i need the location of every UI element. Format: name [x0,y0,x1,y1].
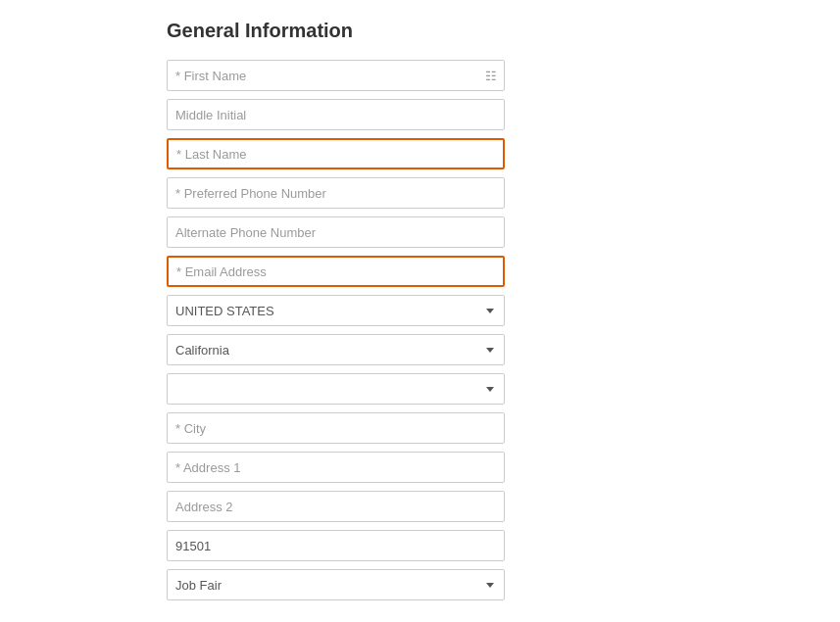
city-input[interactable] [167,412,505,444]
general-information-section: General Information ☷ [167,20,673,600]
last-name-input[interactable] [167,138,505,169]
county-group: Los Angeles County Orange County [167,373,673,405]
source-group: Job Fair LinkedIn Indeed Employee Referr… [167,569,673,600]
zip-input[interactable] [167,530,505,561]
source-select[interactable]: Job Fair LinkedIn Indeed Employee Referr… [167,569,505,600]
address1-input[interactable] [167,452,505,483]
general-info-title: General Information [167,20,673,42]
middle-initial-group [167,99,673,130]
zip-group [167,530,673,561]
state-select[interactable]: California New York Texas Florida [167,334,505,365]
first-name-input[interactable] [167,60,505,91]
email-group [167,256,673,287]
city-group [167,412,673,444]
county-select[interactable]: Los Angeles County Orange County [167,373,505,405]
preferred-phone-input[interactable] [167,177,505,209]
address2-input[interactable] [167,491,505,522]
country-group: UNITED STATES CANADA MEXICO [167,295,673,326]
alternate-phone-group [167,216,673,248]
preferred-phone-group [167,177,673,209]
email-input[interactable] [167,256,505,287]
state-group: California New York Texas Florida [167,334,673,365]
info-icon: ☷ [485,69,497,83]
middle-initial-input[interactable] [167,99,505,130]
address1-group [167,452,673,483]
alternate-phone-input[interactable] [167,216,505,248]
address2-group [167,491,673,522]
first-name-group: ☷ [167,60,673,91]
last-name-group [167,138,673,169]
country-select[interactable]: UNITED STATES CANADA MEXICO [167,295,505,326]
